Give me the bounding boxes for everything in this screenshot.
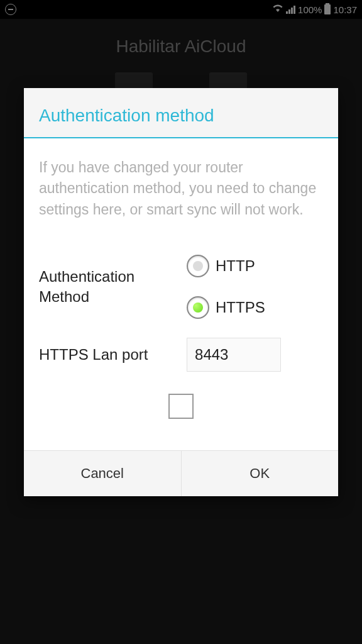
authentication-dialog: Authentication method If you have change…: [24, 88, 338, 496]
port-label: HTTPS Lan port: [39, 345, 187, 365]
radio-http[interactable]: HTTP: [187, 255, 323, 277]
ok-button[interactable]: OK: [182, 451, 339, 496]
radio-icon: [187, 255, 209, 277]
radio-https-label: HTTPS: [216, 299, 265, 316]
cancel-button[interactable]: Cancel: [24, 451, 182, 496]
radio-https[interactable]: HTTPS: [187, 296, 323, 319]
dialog-header: Authentication method: [24, 88, 338, 137]
radio-http-label: HTTP: [216, 257, 255, 275]
dialog-title: Authentication method: [39, 106, 323, 126]
dialog-body: If you have changed your router authenti…: [24, 138, 338, 450]
https-port-input[interactable]: [187, 338, 281, 372]
checkbox[interactable]: [168, 394, 194, 419]
dialog-footer: Cancel OK: [24, 450, 338, 496]
radio-icon: [187, 296, 209, 319]
dialog-overlay: Authentication method If you have change…: [0, 0, 362, 644]
auth-method-radio-group: HTTP HTTPS: [187, 255, 323, 319]
dialog-description: If you have changed your router authenti…: [39, 157, 323, 220]
auth-method-label: Authentication Method: [39, 267, 187, 308]
